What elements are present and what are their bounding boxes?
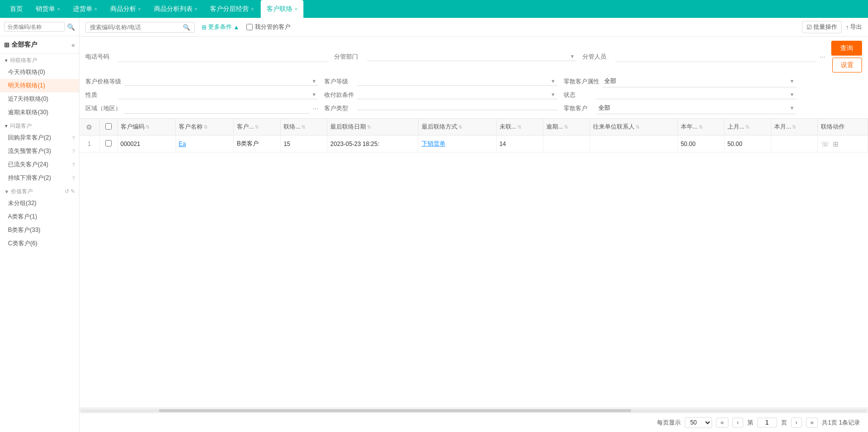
sidebar-value-item[interactable]: C类客户(6): [0, 237, 79, 250]
sidebar-problem-item[interactable]: 持续下滑客户(2)?: [0, 171, 79, 185]
nav-close-客户联络[interactable]: ×: [294, 6, 297, 12]
export-button[interactable]: ↑ 导出: [846, 23, 862, 31]
nav-close-商品分析[interactable]: ×: [138, 6, 141, 12]
sidebar-value-item[interactable]: B类客户(33): [0, 223, 79, 237]
this-month-header[interactable]: 本月... ⇅: [771, 119, 818, 136]
help-icon[interactable]: ?: [72, 162, 75, 168]
payment-select[interactable]: ▼: [357, 90, 557, 99]
help-icon[interactable]: ?: [72, 148, 75, 154]
nav-close-商品分析列表[interactable]: ×: [195, 6, 198, 12]
scrollbar-thumb[interactable]: [159, 409, 631, 412]
nav-close-进货单[interactable]: ×: [94, 6, 97, 12]
row-actions-cell[interactable]: ☏⊞: [818, 136, 868, 152]
contact-person-header[interactable]: 往来单位联系人 ⇅: [589, 119, 677, 136]
nav-item-客户联络[interactable]: 客户联络×: [261, 0, 303, 18]
phone-input[interactable]: [118, 52, 328, 62]
nav-item-进货单[interactable]: 进货单×: [67, 0, 103, 18]
help-icon[interactable]: ?: [72, 175, 75, 181]
nature-select[interactable]: ▼: [118, 90, 318, 99]
nav-item-客户分层经营[interactable]: 客户分层经营×: [204, 0, 260, 18]
sidebar-value-item[interactable]: 未分组(32): [0, 197, 79, 210]
page-number-input[interactable]: [757, 418, 777, 428]
dept-select[interactable]: ▼: [367, 52, 577, 61]
year-amount-header[interactable]: 本年... ⇅: [677, 119, 724, 136]
query-button[interactable]: 查询: [831, 41, 862, 56]
overdue-header[interactable]: 逾期... ⇅: [543, 119, 589, 136]
row-checkbox[interactable]: [105, 140, 112, 146]
dept-field: 分管部门 ▼: [334, 52, 577, 61]
price-grade-arrow: ▼: [311, 78, 316, 84]
sort-icon3: ⇅: [255, 124, 259, 130]
horizontal-scrollbar[interactable]: [79, 408, 868, 413]
person-input[interactable]: [615, 52, 816, 62]
qr-icon[interactable]: ⊞: [833, 140, 839, 148]
sidebar-search-input[interactable]: [4, 22, 65, 32]
customer-name-header[interactable]: 客户名称 ⇅: [175, 119, 233, 136]
checkbox-column-header[interactable]: [99, 119, 117, 136]
last-contact-method-header[interactable]: 最后联络方式 ⇅: [418, 119, 496, 136]
nav-close-销货单[interactable]: ×: [57, 6, 60, 12]
cust-grade-select[interactable]: ▼: [357, 77, 557, 86]
price-grade-field: 客户价格等级 ▼: [85, 77, 318, 86]
table-row: 1000021EaB类客户152023-05-23 18:25:下销货单1450…: [79, 136, 868, 152]
next-page-button[interactable]: ›: [791, 418, 802, 428]
last-contact-method-cell-link[interactable]: 下销货单: [422, 140, 445, 147]
more-conditions-btn[interactable]: ⊞ 更多条件 ▲: [199, 21, 242, 33]
settings-column-header[interactable]: ⚙: [79, 119, 99, 136]
call-icon[interactable]: ☏: [821, 140, 830, 148]
sidebar-search-icon[interactable]: 🔍: [67, 23, 75, 31]
setting-button[interactable]: 设置: [832, 58, 862, 72]
uncontact-days-header[interactable]: 未联... ⇅: [496, 119, 543, 136]
main-search-icon[interactable]: 🔍: [183, 24, 190, 31]
sidebar-pending-item[interactable]: 逾期未联络(30): [0, 106, 79, 119]
customer-code-header[interactable]: 客户编码 ⇅: [117, 119, 175, 136]
nav-item-首页[interactable]: 首页: [4, 0, 29, 18]
all-customers-header[interactable]: ⊞ 全部客户 «: [0, 36, 79, 54]
sidebar-pending-item[interactable]: 近7天待联络(0): [0, 92, 79, 106]
collapse-icon[interactable]: «: [72, 41, 75, 49]
last-contact-method-cell[interactable]: 下销货单: [418, 136, 496, 152]
value-section-title: ▼ 价值客户 ↺ ✎: [0, 185, 79, 197]
first-page-button[interactable]: «: [716, 418, 728, 428]
per-page-select[interactable]: 50 100 200: [685, 417, 712, 428]
nav-item-商品分析[interactable]: 商品分析×: [104, 0, 147, 18]
price-grade-select[interactable]: ▼: [124, 77, 318, 86]
retail-cust-select[interactable]: 全部 ▼: [596, 102, 796, 114]
sidebar-problem-item[interactable]: 回购异常客户(2)?: [0, 131, 79, 144]
person-dots[interactable]: ···: [819, 53, 825, 61]
main-search-input[interactable]: [90, 24, 181, 31]
last-month-header[interactable]: 上月... ⇅: [724, 119, 771, 136]
prev-page-button[interactable]: ‹: [732, 418, 743, 428]
status-label: 状态: [564, 91, 593, 99]
region-dots[interactable]: ···: [313, 104, 319, 112]
last-contact-date-header[interactable]: 最后联络日期 ⇅: [327, 119, 418, 136]
batch-op-button[interactable]: ☑ 批量操作: [802, 21, 842, 33]
retail-attr-select[interactable]: 全部 ▼: [602, 75, 796, 87]
nav-item-商品分析列表[interactable]: 商品分析列表×: [148, 0, 204, 18]
sidebar-value-item[interactable]: A类客户(1): [0, 210, 79, 223]
nav-item-销货单[interactable]: 销货单×: [30, 0, 66, 18]
cust-type-select[interactable]: [357, 107, 557, 110]
contact-count-header[interactable]: 联络... ⇅: [281, 119, 327, 136]
row-checkbox[interactable]: [99, 136, 117, 152]
customer-code-label: 客户编码: [121, 123, 145, 131]
customer-name-cell[interactable]: Ea: [175, 136, 233, 152]
sidebar-problem-item[interactable]: 流失预警客户(3)?: [0, 144, 79, 158]
gear-icon[interactable]: ⚙: [86, 123, 92, 131]
sidebar-problem-item[interactable]: 已流失客户(24)?: [0, 158, 79, 171]
payment-label: 收付款条件: [324, 91, 354, 99]
select-all-checkbox[interactable]: [105, 123, 112, 130]
sidebar-pending-item[interactable]: 明天待联络(1): [0, 79, 79, 92]
region-input[interactable]: [124, 103, 310, 114]
sort-icon: ⇅: [145, 124, 149, 130]
problem-section-label: 问题客户: [10, 122, 32, 130]
sidebar-pending-item[interactable]: 今天待联络(0): [0, 66, 79, 79]
value-section-icons[interactable]: ↺ ✎: [65, 188, 75, 195]
status-select[interactable]: ▼: [596, 90, 796, 99]
my-customers-checkbox[interactable]: [246, 24, 253, 30]
customer-name-cell-link[interactable]: Ea: [179, 141, 186, 147]
help-icon[interactable]: ?: [72, 135, 75, 141]
customer-type-header[interactable]: 客户... ⇅: [234, 119, 281, 136]
nav-close-客户分层经营[interactable]: ×: [251, 6, 254, 12]
last-page-button[interactable]: »: [806, 418, 818, 428]
